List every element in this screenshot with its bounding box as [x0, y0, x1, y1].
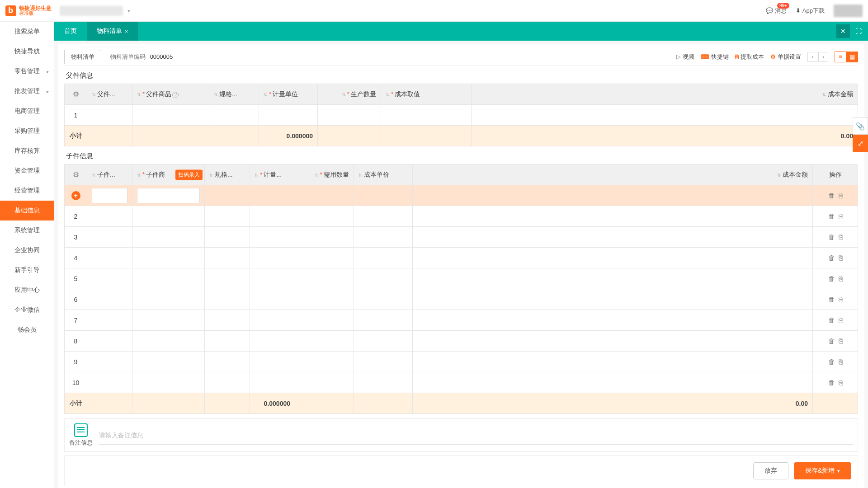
child-row[interactable]: 3🗑⎘ [65, 227, 858, 248]
delete-row-icon[interactable]: 🗑 [826, 254, 837, 262]
sidebar-item[interactable]: 资金管理 [0, 161, 54, 181]
tab-close-button[interactable]: ✕ [836, 24, 850, 38]
delete-row-icon[interactable]: 🗑 [826, 275, 837, 282]
child-col-amt[interactable]: ⇅成本金额 [413, 164, 813, 185]
child-row[interactable]: 9🗑⎘ [65, 352, 858, 372]
view-list-button[interactable]: ≡ [835, 52, 846, 62]
delete-row-icon[interactable]: 🗑 [826, 358, 837, 366]
prev-record-button[interactable]: ‹ [807, 52, 817, 62]
copy-row-icon[interactable]: ⎘ [837, 233, 844, 241]
sidebar-item[interactable]: 经营管理 [0, 181, 54, 201]
delete-row-icon[interactable]: 🗑 [826, 233, 837, 241]
sidebar-item[interactable]: 电商管理 [0, 101, 54, 121]
copy-row-icon[interactable]: ⎘ [837, 192, 844, 199]
parent-col-costamt[interactable]: ⇅成本金额 [472, 84, 858, 105]
sidebar-item[interactable]: 批发管理▸ [0, 81, 54, 101]
child-row[interactable]: 6🗑⎘ [65, 289, 858, 310]
child-rownum: 2 [65, 206, 87, 227]
tab[interactable]: 物料清单× [87, 22, 138, 41]
next-record-button[interactable]: › [818, 52, 828, 62]
doc-setting-link[interactable]: ⚙单据设置 [770, 53, 801, 61]
child-col-spec[interactable]: ⇅规格... [205, 164, 250, 185]
parent-col-product[interactable]: ⇅*父件商品? [132, 84, 209, 105]
view-form-button[interactable]: ▤ [846, 52, 858, 62]
copy-row-icon[interactable]: ⎘ [837, 316, 844, 324]
app-download-button[interactable]: ⬇ App下载 [796, 7, 825, 15]
copy-row-icon[interactable]: ⎘ [837, 379, 844, 386]
copy-row-icon[interactable]: ⎘ [837, 212, 844, 220]
child-col-product[interactable]: ⇅*子件商扫码录入 [132, 164, 205, 185]
close-icon[interactable]: × [125, 28, 128, 35]
subtab-bom[interactable]: 物料清单 [64, 50, 101, 64]
child-row[interactable]: 5🗑⎘ [65, 268, 858, 289]
expand-icon[interactable]: ⤢ [853, 135, 868, 152]
copy-row-icon[interactable]: ⎘ [837, 296, 844, 303]
child-rownum: 5 [65, 268, 87, 289]
parent-row[interactable]: 1 [65, 105, 858, 126]
child-row[interactable]: 10🗑⎘ [65, 372, 858, 393]
parent-col-qty[interactable]: ⇅*生产数量 [318, 84, 381, 105]
avatar-blurred[interactable] [834, 5, 863, 17]
extract-cost-link[interactable]: ⎘提取成本 [735, 53, 764, 61]
remark-section: 备注信息 [64, 418, 858, 452]
sidebar-item[interactable]: 企业协同 [0, 240, 54, 260]
discard-button[interactable]: 放弃 [753, 462, 788, 479]
sidebar-item[interactable]: 零售管理▸ [0, 61, 54, 81]
parent-col-gear[interactable]: ⚙ [65, 84, 87, 105]
add-row-button[interactable]: + [71, 191, 80, 200]
fullscreen-icon[interactable]: ⛶ [852, 24, 865, 38]
parent-col-costsrc[interactable]: ⇅*成本取值 [381, 84, 472, 105]
sidebar-item[interactable]: 新手引导 [0, 260, 54, 280]
sidebar-item[interactable]: 采购管理 [0, 121, 54, 141]
delete-row-icon[interactable]: 🗑 [826, 379, 837, 386]
delete-row-icon[interactable]: 🗑 [826, 316, 837, 324]
chevron-down-icon[interactable]: ▾ [127, 8, 130, 14]
child-row[interactable]: 2🗑⎘ [65, 206, 858, 227]
save-new-button[interactable]: 保存&新增▾ [794, 462, 851, 479]
sidebar-item[interactable]: 系统管理 [0, 221, 54, 240]
delete-row-icon[interactable]: 🗑 [826, 192, 837, 199]
child-col-gear[interactable]: ⚙ [65, 164, 87, 185]
remark-input[interactable] [99, 426, 853, 445]
tab[interactable]: 首页 [54, 22, 87, 41]
sidebar-item[interactable]: 搜索菜单 [0, 22, 54, 42]
sidebar-item[interactable]: 快捷导航 [0, 42, 54, 61]
help-icon[interactable]: ? [172, 92, 179, 98]
sidebar-item[interactable]: 企业微信 [0, 300, 54, 320]
copy-row-icon[interactable]: ⎘ [837, 254, 844, 262]
child-col-price[interactable]: ⇅成本单价 [354, 164, 413, 185]
messages-button[interactable]: 💬 消息 99+ [766, 7, 787, 15]
hotkey-link[interactable]: ⌨快捷键 [701, 53, 729, 61]
chat-icon: 💬 [766, 7, 773, 14]
child-row[interactable]: 7🗑⎘ [65, 310, 858, 331]
sidebar-item[interactable]: 应用中心 [0, 280, 54, 300]
child-code-input[interactable] [92, 188, 127, 203]
child-row[interactable]: 4🗑⎘ [65, 248, 858, 268]
sidebar-item[interactable]: 库存核算 [0, 141, 54, 161]
brand-line2: 标准版 [19, 11, 52, 16]
delete-row-icon[interactable]: 🗑 [826, 337, 837, 345]
child-row-active[interactable]: + 🗑⎘ [65, 185, 858, 206]
scan-entry-button[interactable]: 扫码录入 [175, 169, 203, 180]
parent-col-spec[interactable]: ⇅规格... [209, 84, 259, 105]
parent-col-code[interactable]: ⇅父件... [87, 84, 132, 105]
child-col-unit[interactable]: ⇅*计量... [250, 164, 295, 185]
child-subtotal-qty: 0.000000 [250, 393, 295, 414]
org-selector-blurred[interactable] [60, 6, 123, 16]
child-product-input[interactable] [137, 188, 200, 203]
copy-row-icon[interactable]: ⎘ [837, 275, 844, 282]
attach-icon[interactable]: 📎 [853, 117, 868, 135]
copy-row-icon[interactable]: ⎘ [837, 358, 844, 366]
sidebar-item[interactable]: 基础信息 [0, 201, 54, 221]
child-col-qty[interactable]: ⇅*需用数量 [295, 164, 354, 185]
messages-badge: 99+ [777, 3, 789, 9]
child-row[interactable]: 8🗑⎘ [65, 331, 858, 352]
copy-row-icon[interactable]: ⎘ [837, 337, 844, 345]
parent-col-unit[interactable]: ⇅*计量单位 [259, 84, 318, 105]
child-col-code[interactable]: ⇅子件... [87, 164, 132, 185]
child-rownum: 8 [65, 331, 87, 352]
sidebar-item[interactable]: 畅会员 [0, 320, 54, 340]
delete-row-icon[interactable]: 🗑 [826, 296, 837, 303]
video-link[interactable]: ▷视频 [676, 53, 694, 61]
delete-row-icon[interactable]: 🗑 [826, 212, 837, 220]
